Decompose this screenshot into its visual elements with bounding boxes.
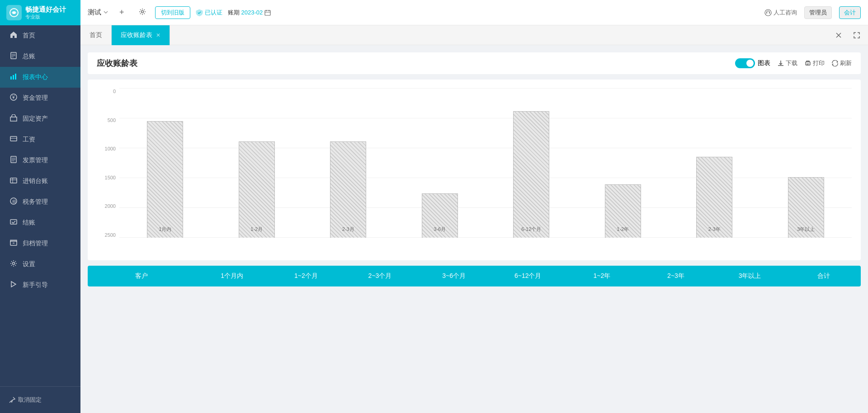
sidebar-item-label: 总账 [23,52,35,61]
sidebar-item-label: 进销台账 [23,177,48,185]
sidebar-item-invoice[interactable]: 发票管理 [0,150,80,171]
sidebar-item-label: 工资 [23,136,35,144]
calendar-icon[interactable] [264,9,271,16]
sidebar-item-label: 结账 [23,219,35,227]
th-3: 2~3个月 [343,266,417,286]
chart-toggle[interactable] [735,58,755,68]
sidebar-item-label: 固定资产 [23,115,48,123]
purchase-icon [9,177,18,186]
download-icon [778,60,784,66]
bar-0[interactable] [147,121,183,238]
pin-label: 取消固定 [18,396,42,404]
svg-text:税: 税 [12,199,16,204]
sidebar-item-capital[interactable]: ¥ 资金管理 [0,88,80,108]
th-9: 合计 [787,266,861,286]
bar-4[interactable] [513,111,549,238]
svg-point-34 [765,9,771,16]
page-title: 应收账龄表 [97,58,137,69]
sidebar-item-label: 新手引导 [23,281,48,289]
sidebar-item-salary[interactable]: 工资 [0,129,80,150]
sidebar-item-assets[interactable]: 固定资产 [0,108,80,129]
tab-home-label: 首页 [90,31,102,39]
invoice-icon [9,156,18,165]
svg-rect-36 [769,12,770,14]
role-button[interactable]: 会计 [839,6,861,19]
verified-status: 已认证 [196,9,222,17]
pin-icon [9,397,15,403]
workspace-name: 测试 [88,8,101,17]
chart-inner: 1月内1-2月2-3月3-6月6-12个月1-2年2-3年3年以上 [119,89,852,238]
content-area: 应收账龄表 图表 下载 打印 刷新 [80,45,868,413]
settle-icon [9,218,18,227]
tab-close-icon[interactable]: ✕ [156,32,160,38]
x-label-4: 6-12个月 [521,226,541,233]
sidebar-item-archive[interactable]: 归档管理 [0,233,80,254]
table-wrap: 客户1个月内1~2个月2~3个月3~6个月6~12个月1~2年2~3年3年以上合… [88,266,861,286]
tab-ar-aging[interactable]: 应收账龄表 ✕ [112,25,170,45]
close-button[interactable] [832,28,845,42]
gear-icon [139,8,146,15]
svg-marker-28 [11,282,16,287]
svg-rect-11 [10,117,17,121]
chart-toggle-label: 图表 [758,59,770,67]
bar-1[interactable] [239,141,275,238]
bar-2[interactable] [330,141,366,238]
th-1: 1个月内 [195,266,269,286]
th-2: 1~2个月 [269,266,343,286]
guide-icon [9,281,18,290]
download-button[interactable]: 下载 [778,59,797,67]
chart-toggle-wrap: 图表 [735,58,770,68]
bar-group-7 [760,89,852,238]
y-label-1000: 1000 [105,146,116,151]
svg-rect-23 [10,220,17,224]
sidebar-item-tax[interactable]: 税 税务管理 [0,192,80,212]
user-button[interactable]: 管理员 [804,6,832,19]
sidebar-bottom: 取消固定 [0,386,80,413]
tab-ar-aging-label: 应收账龄表 [121,31,152,39]
switch-version-button[interactable]: 切到旧版 [155,6,190,19]
tabbar: 首页 应收账龄表 ✕ [80,25,868,45]
sidebar-item-guide[interactable]: 新手引导 [0,275,80,296]
sidebar-item-home[interactable]: 首页 [0,25,80,46]
period-value: 2023-02 [241,9,263,16]
x-label-2: 2-3月 [342,226,354,233]
sidebar-item-purchase[interactable]: 进销台账 [0,171,80,192]
help-button[interactable]: 人工咨询 [764,9,797,17]
bar-group-3 [394,89,486,238]
y-label-2000: 2000 [105,203,116,209]
sidebar-item-ledger[interactable]: 总账 [0,46,80,67]
settings-icon [9,260,18,269]
bar-group-4 [486,89,577,238]
svg-rect-30 [265,10,270,15]
sidebar-item-reports[interactable]: 报表中心 [0,67,80,88]
print-button[interactable]: 打印 [805,59,825,67]
sidebar-item-settings[interactable]: 设置 [0,254,80,275]
settings-button[interactable] [133,6,151,19]
pin-button[interactable]: 取消固定 [0,391,80,408]
print-label: 打印 [813,59,825,67]
x-label-3: 3-6月 [434,226,446,233]
sidebar-item-label: 归档管理 [23,239,48,248]
period-label: 账期 [228,9,240,17]
tab-home[interactable]: 首页 [80,25,112,45]
ledger-icon [9,52,18,61]
x-label-1: 1-2月 [250,226,263,233]
topbar: 测试 + 切到旧版 已认证 账期 2023-02 人工咨询 管理员 [80,0,868,25]
expand-button[interactable] [850,28,863,42]
help-label: 人工咨询 [774,9,797,17]
workspace-selector[interactable]: 测试 [88,8,108,17]
bar-group-5 [577,89,669,238]
refresh-button[interactable]: 刷新 [832,59,852,67]
verified-icon [196,9,203,16]
add-button[interactable]: + [114,6,130,19]
sidebar-item-settle[interactable]: 结账 [0,212,80,233]
sidebar: 畅捷通好会计 专业版 首页 总账 报表中心 ¥ 资金管理 [0,0,80,413]
y-label-500: 500 [108,117,116,123]
th-5: 6~12个月 [491,266,565,286]
refresh-icon [832,60,838,66]
bar-group-0 [119,89,211,238]
y-label-0: 0 [113,89,116,94]
th-8: 3年以上 [713,266,787,286]
svg-text:¥: ¥ [12,95,15,100]
app-logo-icon [6,5,22,20]
